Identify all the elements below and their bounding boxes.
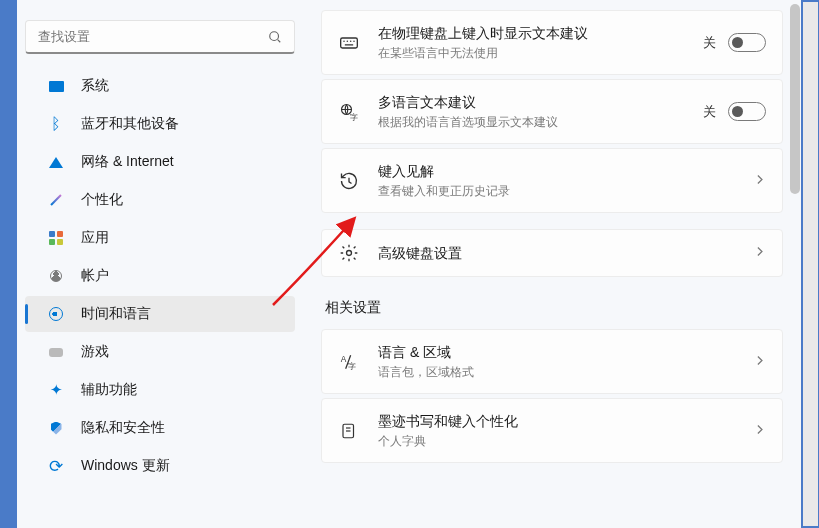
inner-scrollbar-thumb[interactable] [790, 4, 800, 194]
sidebar-item-label: 应用 [81, 229, 109, 247]
card-title: 键入见解 [378, 161, 753, 182]
svg-line-1 [278, 39, 281, 42]
card-ink-typing-personalization[interactable]: 墨迹书写和键入个性化 个人字典 [321, 398, 783, 463]
svg-text:字: 字 [350, 112, 358, 121]
gamepad-icon [47, 343, 65, 361]
monitor-icon [47, 77, 65, 95]
card-subtitle: 查看键入和更正历史记录 [378, 182, 753, 200]
shield-icon [47, 419, 65, 437]
card-typing-insights[interactable]: 键入见解 查看键入和更正历史记录 [321, 148, 783, 213]
sidebar-item-time-language[interactable]: 时间和语言 [25, 296, 295, 332]
keyboard-icon [338, 32, 360, 54]
svg-point-10 [347, 251, 352, 256]
spacer [321, 217, 783, 229]
card-subtitle: 在某些语言中无法使用 [378, 44, 703, 62]
globe-translate-icon: 字 [338, 101, 360, 123]
sidebar-item-apps[interactable]: 应用 [25, 220, 295, 256]
section-heading-related: 相关设置 [325, 299, 783, 317]
sidebar: 系统 ᛒ蓝牙和其他设备 网络 & Internet 个性化 应用 帐户 时间和语… [17, 0, 303, 528]
card-body: 语言 & 区域 语言包，区域格式 [378, 342, 753, 381]
sidebar-item-privacy[interactable]: 隐私和安全性 [25, 410, 295, 446]
accessibility-icon: ✦ [47, 381, 65, 399]
card-body: 墨迹书写和键入个性化 个人字典 [378, 411, 753, 450]
card-advanced-keyboard-settings[interactable]: 高级键盘设置 [321, 229, 783, 277]
sidebar-item-label: 辅助功能 [81, 381, 137, 399]
svg-point-3 [343, 40, 345, 42]
toggle-off[interactable] [728, 102, 766, 121]
card-body: 键入见解 查看键入和更正历史记录 [378, 161, 753, 200]
card-body: 高级键盘设置 [378, 243, 753, 264]
chevron-right-icon [753, 172, 766, 190]
svg-text:A: A [341, 354, 347, 364]
search-input[interactable] [38, 29, 268, 44]
sidebar-item-label: 个性化 [81, 191, 123, 209]
outer-scrollbar-track [803, 2, 818, 526]
sidebar-item-label: 系统 [81, 77, 109, 95]
sidebar-item-network[interactable]: 网络 & Internet [25, 144, 295, 180]
svg-point-6 [353, 40, 355, 42]
card-title: 高级键盘设置 [378, 243, 753, 264]
sidebar-item-label: 帐户 [81, 267, 109, 285]
update-icon: ⟳ [47, 457, 65, 475]
toggle-state-label: 关 [703, 103, 716, 121]
sidebar-item-bluetooth[interactable]: ᛒ蓝牙和其他设备 [25, 106, 295, 142]
card-title: 语言 & 区域 [378, 342, 753, 363]
toggle-off[interactable] [728, 33, 766, 52]
svg-point-4 [347, 40, 349, 42]
translate-icon: A字 [338, 351, 360, 373]
sidebar-item-accessibility[interactable]: ✦辅助功能 [25, 372, 295, 408]
sidebar-item-label: Windows 更新 [81, 457, 170, 475]
card-physical-keyboard-suggestions[interactable]: 在物理键盘上键入时显示文本建议 在某些语言中无法使用 关 [321, 10, 783, 75]
card-subtitle: 语言包，区域格式 [378, 363, 753, 381]
card-title: 在物理键盘上键入时显示文本建议 [378, 23, 703, 44]
svg-point-5 [350, 40, 352, 42]
sidebar-item-gaming[interactable]: 游戏 [25, 334, 295, 370]
sidebar-item-label: 游戏 [81, 343, 109, 361]
svg-point-0 [270, 31, 279, 40]
sidebar-item-label: 隐私和安全性 [81, 419, 165, 437]
history-icon [338, 170, 360, 192]
sidebar-item-personalization[interactable]: 个性化 [25, 182, 295, 218]
svg-rect-7 [345, 44, 353, 45]
sidebar-item-label: 时间和语言 [81, 305, 151, 323]
search-box[interactable] [25, 20, 295, 54]
card-body: 多语言文本建议 根据我的语言首选项显示文本建议 [378, 92, 703, 131]
search-icon [268, 30, 282, 44]
card-language-region[interactable]: A字 语言 & 区域 语言包，区域格式 [321, 329, 783, 394]
sidebar-item-system[interactable]: 系统 [25, 68, 295, 104]
toggle-state-label: 关 [703, 34, 716, 52]
card-subtitle: 根据我的语言首选项显示文本建议 [378, 113, 703, 131]
apps-icon [47, 229, 65, 247]
chevron-right-icon [753, 244, 766, 262]
sidebar-item-accounts[interactable]: 帐户 [25, 258, 295, 294]
card-subtitle: 个人字典 [378, 432, 753, 450]
dictionary-icon [338, 420, 360, 442]
card-title: 多语言文本建议 [378, 92, 703, 113]
settings-window: 系统 ᛒ蓝牙和其他设备 网络 & Internet 个性化 应用 帐户 时间和语… [17, 0, 801, 528]
gear-icon [338, 242, 360, 264]
person-icon [47, 267, 65, 285]
nav-list: 系统 ᛒ蓝牙和其他设备 网络 & Internet 个性化 应用 帐户 时间和语… [17, 68, 303, 484]
chevron-right-icon [753, 353, 766, 371]
wifi-icon [47, 153, 65, 171]
svg-rect-2 [341, 38, 358, 48]
chevron-right-icon [753, 422, 766, 440]
sidebar-item-label: 网络 & Internet [81, 153, 174, 171]
card-multilingual-suggestions[interactable]: 字 多语言文本建议 根据我的语言首选项显示文本建议 关 [321, 79, 783, 144]
card-title: 墨迹书写和键入个性化 [378, 411, 753, 432]
clock-icon [47, 305, 65, 323]
main-content: 在物理键盘上键入时显示文本建议 在某些语言中无法使用 关 字 多语言文本建议 根… [303, 0, 801, 528]
brush-icon [47, 191, 65, 209]
card-body: 在物理键盘上键入时显示文本建议 在某些语言中无法使用 [378, 23, 703, 62]
sidebar-item-windows-update[interactable]: ⟳Windows 更新 [25, 448, 295, 484]
bluetooth-icon: ᛒ [47, 115, 65, 133]
svg-text:字: 字 [348, 360, 356, 370]
sidebar-item-label: 蓝牙和其他设备 [81, 115, 179, 133]
